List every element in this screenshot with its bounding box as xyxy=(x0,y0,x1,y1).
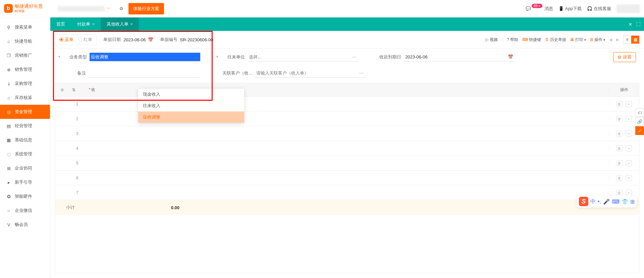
ime-punct-icon[interactable]: •, xyxy=(598,198,601,204)
tab-other-income[interactable]: 其他收入单× xyxy=(101,17,139,31)
table-row[interactable]: 3🗑+ xyxy=(55,126,639,141)
table-row[interactable]: 7🗑+ xyxy=(55,185,639,200)
sidebar-item[interactable]: ⊕销售管理 xyxy=(0,62,50,77)
expand-tool-icon[interactable]: ⤢ xyxy=(635,126,644,135)
close-all-icon[interactable]: ✕ xyxy=(629,22,632,27)
next-icon[interactable]: ▶ xyxy=(616,37,619,42)
user-avatar[interactable] xyxy=(616,4,640,13)
sidebar-item[interactable]: ⌂库存核算 xyxy=(0,91,50,105)
ime-toolbar[interactable]: S 中 •, 🎤 ⌨ 👕 ⊞ xyxy=(577,195,637,207)
chevron-up-icon[interactable]: ︿ xyxy=(195,54,199,60)
help-link[interactable]: ?帮助 xyxy=(507,37,518,43)
dropdown-option-related[interactable]: 往来收入 xyxy=(138,100,244,111)
prev-icon[interactable]: ◀ xyxy=(609,37,612,42)
logo-icon: b xyxy=(4,4,13,13)
settings-button[interactable]: ⚙设置 xyxy=(613,52,636,62)
sidebar-item[interactable]: ▤经营管理 xyxy=(0,119,50,133)
assoc-customer-input[interactable] xyxy=(255,69,366,78)
sidebar-item[interactable]: ⚲搜索菜单 xyxy=(0,20,50,34)
radio-red[interactable]: 红单 xyxy=(78,37,92,43)
add-row-icon[interactable]: + xyxy=(626,101,632,107)
col-receivable: *收 xyxy=(86,87,143,93)
sidebar-item[interactable]: ✪智能硬件 xyxy=(0,189,50,203)
add-row-icon[interactable]: + xyxy=(626,175,632,181)
sidebar-item[interactable]: ⤓采购管理 xyxy=(0,77,50,91)
history-link[interactable]: 🗓历史单据 xyxy=(545,37,566,43)
tab-payment[interactable]: 付款单× xyxy=(71,17,101,31)
company-selector[interactable]: ﹀ xyxy=(58,6,114,12)
partner-input[interactable] xyxy=(248,53,358,61)
radio-blue[interactable]: 蓝单 xyxy=(59,37,73,43)
more-icon[interactable]: ⋯ xyxy=(352,54,357,59)
phone-icon: 📱 xyxy=(558,6,564,11)
print-button[interactable]: 🖶打印▾ xyxy=(570,37,586,43)
delete-row-icon[interactable]: 🗑 xyxy=(616,116,623,122)
close-icon[interactable]: × xyxy=(92,22,95,27)
sidebar-item[interactable]: ▦基础信息 xyxy=(0,133,50,147)
view-card-button[interactable]: ▦ xyxy=(631,36,639,44)
ime-grid-icon[interactable]: ⊞ xyxy=(630,198,635,205)
online-support-link[interactable]: 🎧 在线客服 xyxy=(587,6,611,12)
sidebar-item[interactable]: ⊞企业协同 xyxy=(0,161,50,175)
attach-tool-icon[interactable]: 🔗 xyxy=(635,117,644,126)
sidebar-item[interactable]: V畅会员 xyxy=(0,218,50,232)
dropdown-option-receivable-adj[interactable]: 应收调整 xyxy=(138,111,244,123)
sidebar-icon: ◌ xyxy=(6,152,11,157)
ime-lang[interactable]: 中 xyxy=(590,198,596,205)
add-row-icon[interactable]: + xyxy=(626,116,632,122)
tab-home[interactable]: 首页 xyxy=(50,17,71,31)
ime-mic-icon[interactable]: 🎤 xyxy=(603,198,610,205)
chevron-down-icon: ﹀ xyxy=(107,6,111,12)
operate-button[interactable]: ⊞操作▾ xyxy=(590,37,605,43)
shortcut-link[interactable]: ⌨快捷键 xyxy=(522,37,541,43)
table-row[interactable]: 6🗑+ xyxy=(55,171,639,185)
table-row[interactable]: 4🗑+ xyxy=(55,141,639,156)
remark-input[interactable] xyxy=(89,69,199,78)
ime-skin-icon[interactable]: 👕 xyxy=(622,198,628,205)
fullscreen-icon[interactable]: ⛶ xyxy=(636,22,641,27)
settings-gear-icon[interactable]: ⚙ xyxy=(119,6,123,11)
add-row-icon[interactable]: + xyxy=(626,145,632,151)
sidebar-item[interactable]: ○企业微信 xyxy=(0,203,50,218)
calendar-icon[interactable]: 📅 xyxy=(148,37,153,42)
grid-settings-icon[interactable]: ⚙ xyxy=(55,88,69,92)
ime-keyboard-icon[interactable]: ⌨ xyxy=(612,198,620,205)
sidebar-item[interactable]: ◌系统管理 xyxy=(0,147,50,161)
logo-subtitle: 标准版 xyxy=(15,9,43,13)
dropdown-option-cash[interactable]: 现金收入 xyxy=(138,89,244,100)
delete-row-icon[interactable]: 🗑 xyxy=(616,131,623,137)
delete-row-icon[interactable]: 🗑 xyxy=(616,145,623,151)
trial-button[interactable]: 体验行业方案 xyxy=(128,3,164,14)
sidebar-item[interactable]: ◎资金管理 xyxy=(0,105,50,119)
doc-date-value[interactable]: 2023-06-06 xyxy=(123,37,146,42)
add-row-icon[interactable]: + xyxy=(626,131,632,137)
delete-row-icon[interactable]: 🗑 xyxy=(616,101,623,107)
logo-area: b 畅捷通好生意 标准版 xyxy=(4,4,51,13)
sidebar-item-label: 资金管理 xyxy=(15,109,32,115)
sidebar-item-label: 搜索菜单 xyxy=(15,24,32,30)
due-date-input[interactable] xyxy=(404,53,515,61)
sidebar-item-label: 智能硬件 xyxy=(15,193,32,199)
messages-link[interactable]: 💬 99 + 消息 xyxy=(526,6,553,12)
view-list-button[interactable]: ≡ xyxy=(623,36,631,44)
video-help[interactable]: ▷视频 xyxy=(486,37,498,43)
grid-sort-icon[interactable]: ⇅ xyxy=(69,88,86,92)
add-row-icon[interactable]: + xyxy=(626,190,632,196)
biz-type-input[interactable] xyxy=(90,53,200,61)
row-index: 1 xyxy=(69,101,86,106)
tag-tool-icon[interactable]: 🏷 xyxy=(635,108,644,117)
sidebar-icon: ⌂ xyxy=(6,39,11,44)
delete-row-icon[interactable]: 🗑 xyxy=(616,160,623,166)
ime-logo-icon: S xyxy=(579,197,588,206)
sidebar-item[interactable]: ⌂快捷导航 xyxy=(0,34,50,48)
more-icon[interactable]: ⋯ xyxy=(359,71,364,76)
delete-row-icon[interactable]: 🗑 xyxy=(616,175,623,181)
sidebar-item[interactable]: ▸新手引导 xyxy=(0,175,50,189)
sidebar-item[interactable]: ❐营销推广 xyxy=(0,48,50,62)
app-download-link[interactable]: 📱 App下载 xyxy=(558,6,582,12)
add-row-icon[interactable]: + xyxy=(626,160,632,166)
delete-row-icon[interactable]: 🗑 xyxy=(616,190,623,196)
table-row[interactable]: 5🗑+ xyxy=(55,156,639,171)
close-icon[interactable]: × xyxy=(130,22,133,27)
calendar-icon[interactable]: 📅 xyxy=(508,54,513,59)
